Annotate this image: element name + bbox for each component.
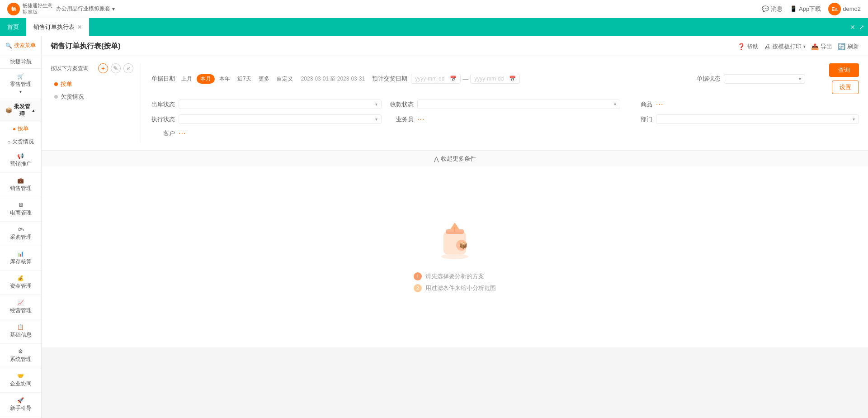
retail-icon: 🛒: [17, 73, 24, 80]
doc-status-select[interactable]: ▾: [724, 74, 805, 84]
page-title-actions: ❓ 帮助 🖨 按模板打印 ▾ 📤 导出 🔄 刷新: [737, 43, 859, 51]
customer-dots-button[interactable]: ···: [179, 129, 186, 138]
filter-field-goods: 商品 ···: [627, 100, 859, 109]
svg-point-0: [441, 254, 468, 259]
edit-scheme-button[interactable]: ✎: [111, 63, 121, 73]
sidebar-item-finance[interactable]: 💰 资金管理: [0, 271, 41, 295]
search-actions: 查询 设置: [829, 63, 859, 94]
goods-dots-button[interactable]: ···: [656, 100, 663, 109]
sidebar: 🔍 搜索菜单 快捷导航 🛒 零售管理 ▾ 📦 批发管理 ▲ ● 按单: [0, 36, 42, 418]
date-tab-last-month[interactable]: 上月: [179, 74, 195, 84]
search-menu-button[interactable]: 🔍 搜索菜单: [4, 40, 38, 51]
purchase-icon: 🛍: [18, 226, 24, 233]
filter-row-4: 客户 ···: [150, 129, 859, 138]
collapse-scheme-button[interactable]: «: [123, 63, 133, 73]
sidebar-item-newbie[interactable]: 🚀 新手引导: [0, 393, 41, 417]
sidebar-sub-wholesale: ● 按单 ○ 欠货情况: [0, 122, 41, 148]
tab-home[interactable]: 首页: [0, 18, 26, 36]
breadcrumb-dropdown[interactable]: ▾: [112, 6, 115, 12]
page-inner: 销售订单执行表(按单) ❓ 帮助 🖨 按模板打印 ▾ 📤 导出: [42, 36, 868, 347]
marketing-icon: 📢: [17, 153, 24, 159]
filter-item-order[interactable]: 按单: [51, 78, 133, 90]
business-icon: 📈: [17, 299, 24, 306]
department-control: ▾: [656, 114, 859, 124]
collection-status-select[interactable]: ▾: [417, 100, 620, 109]
collection-status-control: ▾: [417, 100, 620, 109]
execution-status-label: 执行状态: [150, 115, 175, 124]
user-action[interactable]: Ea demo2: [828, 3, 861, 15]
sidebar-item-sales[interactable]: 💼 销售管理: [0, 173, 41, 197]
sidebar-item-business[interactable]: 📈 经营管理: [0, 295, 41, 319]
filter-field-collection-status: 收款状态 ▾: [389, 100, 620, 109]
sidebar-item-basic[interactable]: 📋 基础信息: [0, 319, 41, 344]
date-tab-this-year[interactable]: 本年: [217, 74, 233, 84]
customer-label: 客户: [150, 129, 175, 138]
department-select[interactable]: ▾: [656, 114, 859, 124]
inventory-icon: 📊: [17, 251, 24, 257]
system-icon: ⚙: [18, 348, 23, 355]
sidebar-item-inventory[interactable]: 📊 库存核算: [0, 246, 41, 271]
print-arrow-icon: ▾: [803, 44, 806, 49]
sidebar-item-purchase[interactable]: 🛍 采购管理: [0, 222, 41, 246]
execution-status-select[interactable]: ▾: [179, 114, 382, 124]
print-action[interactable]: 🖨 按模板打印 ▾: [764, 43, 806, 51]
expected-delivery-start[interactable]: yyyy-mm-dd 📅: [411, 74, 461, 84]
sidebar-item-marketing[interactable]: 📢 营销推广: [0, 148, 41, 173]
sidebar-item-wholesale[interactable]: 📦 批发管理 ▲: [0, 99, 41, 122]
salesperson-dots-button[interactable]: ···: [417, 115, 425, 124]
avatar: Ea: [828, 3, 841, 15]
help-action[interactable]: ❓ 帮助: [737, 43, 759, 51]
date-tab-custom[interactable]: 自定义: [274, 74, 296, 84]
header-left: 畅 畅捷通好生意 标准版 办公用品行业模拟账套 ▾: [7, 3, 115, 15]
sidebar-item-system[interactable]: ⚙ 系统管理: [0, 344, 41, 368]
delivery-status-select[interactable]: ▾: [179, 100, 382, 109]
date-range-label: 2023-03-01 至 2023-03-31: [301, 75, 365, 83]
goods-label: 商品: [627, 100, 652, 109]
logo-icon: 畅: [7, 3, 20, 15]
delivery-status-label: 出库状态: [150, 100, 175, 109]
add-scheme-button[interactable]: +: [98, 63, 108, 73]
sidebar-item-enterprise[interactable]: 🤝 企业协同: [0, 368, 41, 393]
salesperson-control: ···: [417, 115, 620, 124]
sidebar-item-ecommerce[interactable]: 🖥 电商管理: [0, 197, 41, 222]
date-range-separator: —: [462, 76, 468, 82]
app-download-action[interactable]: 📱 App下载: [790, 5, 821, 13]
search-button[interactable]: 查询: [829, 63, 859, 77]
goods-control: ···: [656, 100, 859, 109]
date-tab-more[interactable]: 更多: [256, 74, 272, 84]
sales-icon: 💼: [17, 177, 24, 184]
filter-panel: 按以下方案查询 + ✎ « 按单 欠货情况: [42, 56, 868, 151]
svg-text:📦: 📦: [459, 242, 467, 249]
content-area: 销售订单执行表(按单) ❓ 帮助 🖨 按模板打印 ▾ 📤 导出: [42, 36, 868, 418]
tab-close-action[interactable]: ✕: [850, 24, 855, 31]
wholesale-arrow-icon: ▲: [31, 108, 36, 113]
collapse-more-button[interactable]: ⋀ 收起更多条件: [42, 151, 868, 166]
settings-button[interactable]: 设置: [832, 81, 859, 94]
date-tab-this-month[interactable]: 本月: [197, 74, 215, 84]
export-action[interactable]: 📤 导出: [811, 43, 832, 51]
app-icon: 📱: [790, 5, 797, 12]
sidebar-sub-item-debt[interactable]: ○ 欠货情况: [0, 135, 41, 148]
date-tab-7days[interactable]: 近7天: [235, 74, 254, 84]
doc-status-label: 单据状态: [695, 75, 720, 83]
nav-tab-actions: ✕ ⤢: [850, 24, 868, 31]
filter-field-customer: 客户 ···: [150, 129, 295, 138]
filter-item-debt[interactable]: 欠货情况: [51, 90, 133, 103]
execution-status-arrow-icon: ▾: [375, 117, 377, 122]
page-title-bar: 销售订单执行表(按单) ❓ 帮助 🖨 按模板打印 ▾ 📤 导出: [42, 36, 868, 56]
refresh-action[interactable]: 🔄 刷新: [838, 43, 859, 51]
print-icon: 🖨: [764, 43, 770, 50]
filter-left: 按以下方案查询 + ✎ « 按单 欠货情况: [51, 63, 141, 143]
message-action[interactable]: 💬 消息: [762, 5, 783, 13]
tab-sales-order[interactable]: 销售订单执行表 ✕: [26, 18, 89, 36]
sidebar-sub-item-order[interactable]: ● 按单: [0, 122, 41, 135]
tip-number-1: 1: [414, 272, 422, 280]
tab-close-icon[interactable]: ✕: [77, 24, 82, 30]
sidebar-quick-nav[interactable]: 快捷导航: [0, 55, 41, 69]
date-control: 上月 本月 本年 近7天 更多 自定义 2023-03-01 至 2023-03…: [179, 74, 365, 84]
expected-delivery-end[interactable]: yyyy-mm-dd 📅: [470, 74, 520, 84]
sidebar-item-retail[interactable]: 🛒 零售管理 ▾: [0, 69, 41, 99]
calendar-start-icon: 📅: [450, 76, 457, 82]
tab-maximize-action[interactable]: ⤢: [859, 24, 864, 31]
doc-status-control: ▾: [724, 74, 822, 84]
